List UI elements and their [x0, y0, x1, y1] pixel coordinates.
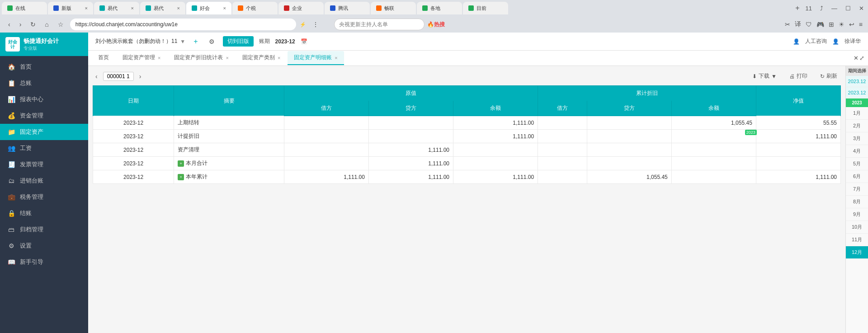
sidebar-item-inventory[interactable]: 🗂进销台账 — [0, 173, 88, 189]
add-company-button[interactable]: + — [191, 37, 200, 47]
download-dropdown-icon[interactable]: ▼ — [771, 73, 777, 80]
period-month-9[interactable]: 9月 — [846, 208, 868, 221]
settings-icon-button[interactable]: ⚙ — [206, 37, 217, 46]
sidebar-item-closing[interactable]: 🔒结账 — [0, 205, 88, 221]
pagination: ‹ 000001 1 › — [93, 72, 144, 81]
browser-tab-t5[interactable]: 好会× — [186, 2, 231, 14]
next-page-button[interactable]: › — [137, 72, 144, 81]
search-input[interactable] — [334, 19, 425, 30]
page-tab-close-fixed-mgmt[interactable]: × — [158, 55, 160, 61]
cell-date: 2023-12 — [93, 130, 174, 143]
browser-tab-t1[interactable]: 在线 — [2, 2, 47, 14]
forward-button[interactable]: › — [17, 20, 24, 29]
period-month-5[interactable]: 5月 — [846, 158, 868, 170]
cell-accum-debit — [538, 143, 587, 157]
undo-icon[interactable]: ↩ — [849, 21, 854, 28]
browser-tab-t7[interactable]: 企业 — [278, 2, 324, 14]
period-selected-date[interactable]: 2023.12 — [846, 76, 868, 87]
table-row: 2023-12 +本年累计 1,111.00 1,111.00 1,111.00… — [93, 170, 841, 184]
period-month-12[interactable]: 12月 — [846, 246, 868, 259]
period-month-2[interactable]: 2月 — [846, 120, 868, 132]
cell-original-credit — [368, 130, 453, 143]
service-label[interactable]: 人工咨询 — [805, 38, 827, 45]
browser-tab-t6[interactable]: 个税 — [232, 2, 278, 14]
sidebar-item-guide[interactable]: 📖新手引导 — [0, 254, 88, 270]
tab-close-btn[interactable]: × — [177, 5, 180, 11]
period-month-8[interactable]: 8月 — [846, 196, 868, 208]
browser-tab-t11[interactable]: 目前 — [463, 2, 508, 14]
translate-icon[interactable]: 译 — [795, 20, 801, 28]
sidebar-item-invoice[interactable]: 🧾发票管理 — [0, 156, 88, 173]
scissors-icon[interactable]: ✂ — [785, 21, 790, 28]
period-month-4[interactable]: 4月 — [846, 145, 868, 158]
prev-page-button[interactable]: ‹ — [93, 72, 100, 81]
cell-accum-debit — [538, 170, 587, 184]
sidebar-item-settings[interactable]: ⚙设置 — [0, 238, 88, 254]
sidebar-item-payroll[interactable]: 👥工资 — [0, 140, 88, 156]
page-tab-close-depreciation[interactable]: × — [226, 55, 228, 61]
close-all-tabs-button[interactable]: ✕ — [854, 55, 859, 61]
sidebar-item-report[interactable]: 📊报表中心 — [0, 91, 88, 108]
download-button[interactable]: ⬇ 下载 ▼ — [749, 70, 780, 82]
page-tab-close-category[interactable]: × — [278, 55, 280, 61]
sidebar-item-ledger[interactable]: 📋总账 — [0, 75, 88, 91]
tab-label: 目前 — [476, 5, 503, 12]
back-button[interactable]: ‹ — [5, 20, 13, 29]
period-selected-date2[interactable]: 2023.12 — [846, 87, 868, 98]
shield-icon[interactable]: 🛡 — [806, 21, 812, 28]
tab-close-btn[interactable]: × — [223, 5, 226, 11]
browser-tab-t3[interactable]: 易代× — [94, 2, 139, 14]
calendar-icon[interactable]: 📅 — [301, 38, 307, 45]
address-input[interactable] — [70, 19, 296, 30]
page-tab-close-detail[interactable]: × — [335, 55, 337, 61]
tab-restore-button[interactable]: ⤴ — [818, 4, 826, 13]
page-tab-home[interactable]: 首页 — [92, 51, 115, 65]
sidebar-item-home[interactable]: 🏠首页 — [0, 59, 88, 75]
print-button[interactable]: 🖨 打印 — [786, 70, 811, 82]
extensions-button[interactable]: ⋮ — [310, 20, 321, 29]
period-month-7[interactable]: 7月 — [846, 183, 868, 196]
switch-version-button[interactable]: 切到旧版 — [223, 36, 254, 47]
new-tab-button[interactable]: + — [793, 4, 802, 12]
browser-tab-t8[interactable]: 腾讯 — [325, 2, 370, 14]
page-tab-category[interactable]: 固定资产类别× — [236, 51, 287, 65]
gamepad-icon[interactable]: 🎮 — [816, 21, 824, 28]
period-month-3[interactable]: 3月 — [846, 132, 868, 145]
browser-tab-t4[interactable]: 易代× — [140, 2, 185, 14]
sidebar-item-archive[interactable]: 🗃归档管理 — [0, 221, 88, 238]
brightness-icon[interactable]: ☀ — [839, 21, 844, 28]
sidebar-item-tax[interactable]: 💼税务管理 — [0, 189, 88, 205]
period-month-10[interactable]: 10月 — [846, 221, 868, 234]
row-icon: + — [178, 160, 184, 167]
tab-close-btn[interactable]: × — [85, 5, 88, 11]
page-tab-fixed-mgmt[interactable]: 固定资产管理× — [116, 51, 167, 65]
user-name[interactable]: 徐译华 — [844, 38, 861, 45]
bookmark-button[interactable]: ☆ — [55, 20, 66, 29]
close-window-button[interactable]: ✕ — [857, 4, 866, 13]
sidebar-item-fixed[interactable]: 📁固定资产 — [0, 124, 88, 140]
period-month-11[interactable]: 11月 — [846, 234, 868, 246]
period-month-6[interactable]: 6月 — [846, 170, 868, 183]
minimize-button[interactable]: — — [829, 4, 840, 13]
browser-tab-t10[interactable]: 各地 — [417, 2, 462, 14]
tab-label: 在线 — [15, 5, 42, 12]
grid-icon[interactable]: ⊞ — [829, 21, 834, 28]
home-button[interactable]: ⌂ — [42, 20, 51, 29]
tab-count-badge[interactable]: 11 — [803, 4, 814, 13]
refresh-button[interactable]: ↻ 刷新 — [816, 70, 841, 82]
browser-tab-t9[interactable]: 畅联 — [371, 2, 416, 14]
company-selector[interactable]: 刘小艳演示账套（勿删勿动！）11 ▼ — [95, 38, 185, 45]
page-tab-depreciation[interactable]: 固定资产折旧统计表× — [168, 51, 235, 65]
fullscreen-button[interactable]: ⤢ — [859, 55, 864, 61]
sidebar-label-payroll: 工资 — [20, 144, 32, 152]
sidebar-item-fund[interactable]: 💰资金管理 — [0, 108, 88, 124]
maximize-button[interactable]: ☐ — [843, 4, 853, 13]
page-tab-detail[interactable]: 固定资产明细账× — [288, 51, 344, 65]
reload-button[interactable]: ↻ — [28, 20, 38, 29]
company-dropdown-icon[interactable]: ▼ — [180, 38, 185, 45]
cell-accum-balance — [671, 143, 756, 157]
tab-close-btn[interactable]: × — [131, 5, 134, 11]
browser-tab-t2[interactable]: 新版× — [48, 2, 93, 14]
menu-icon[interactable]: ≡ — [859, 21, 863, 28]
period-month-1[interactable]: 1月 — [846, 107, 868, 120]
